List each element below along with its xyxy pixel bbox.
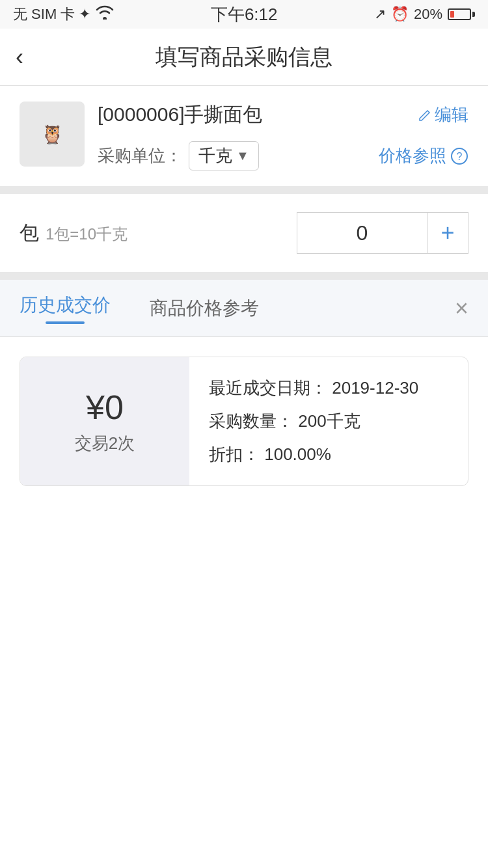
transaction-card: ¥0 交易2次 最近成交日期： 2019-12-30 采购数量： 200千克 折… [20, 357, 468, 486]
unit-dropdown-arrow: ▼ [236, 148, 249, 163]
tab-close-button[interactable]: × [455, 295, 468, 322]
section-divider [0, 186, 488, 194]
discount-label: 折扣： [209, 444, 260, 464]
quantity-input[interactable]: 0 [297, 212, 427, 254]
svg-text:?: ? [457, 151, 463, 162]
wifi-icon [96, 5, 114, 23]
tab-active-underline [46, 321, 85, 324]
product-card: 🦉 [0000006]手撕面包 编辑 采购单位： 千克 ▼ [0, 86, 488, 186]
tab-bar: 历史成交价 商品价格参考 × [0, 280, 488, 337]
location-icon: ↗ [374, 6, 386, 23]
transaction-section: ¥0 交易2次 最近成交日期： 2019-12-30 采购数量： 200千克 折… [0, 337, 488, 506]
status-time: 下午6:12 [211, 3, 278, 26]
back-button[interactable]: ‹ [16, 44, 23, 71]
purchase-unit-row: 采购单位： 千克 ▼ 价格参照 ? [98, 141, 468, 170]
status-right: ↗ ⏰ 20% [374, 6, 475, 23]
quantity-label-group: 包 1包=10千克 [20, 220, 128, 247]
unit-value: 千克 [198, 144, 232, 167]
transaction-count: 交易2次 [75, 432, 135, 455]
qty-label: 采购数量： [209, 411, 293, 431]
edit-link[interactable]: 编辑 [418, 103, 468, 126]
tab-history-price[interactable]: 历史成交价 [20, 280, 111, 337]
transaction-price: ¥0 [86, 388, 124, 427]
product-name: [0000006]手撕面包 [98, 102, 262, 128]
tab-price-ref-label: 商品价格参考 [150, 296, 259, 321]
price-ref-button[interactable]: 价格参照 ? [379, 144, 468, 167]
transaction-summary: ¥0 交易2次 [20, 357, 189, 485]
nav-bar: ‹ 填写商品采购信息 [0, 29, 488, 86]
recent-date-value: 2019-12-30 [332, 378, 418, 398]
sim-status: 无 SIM 卡 ✦ [13, 5, 90, 24]
qty-conversion-label: 1包=10千克 [46, 224, 128, 245]
product-top-row: 🦉 [0000006]手撕面包 编辑 采购单位： 千克 ▼ [20, 102, 468, 170]
quantity-row: 包 1包=10千克 0 + [0, 194, 488, 272]
tab-history-label: 历史成交价 [20, 293, 111, 318]
product-thumbnail: 🦉 [20, 102, 85, 167]
recent-date-row: 最近成交日期： 2019-12-30 [209, 377, 448, 400]
battery-percent: 20% [414, 6, 442, 23]
qty-row: 采购数量： 200千克 [209, 410, 448, 433]
product-name-row: [0000006]手撕面包 编辑 [98, 102, 468, 128]
unit-selector[interactable]: 千克 ▼ [189, 141, 259, 170]
section-divider-2 [0, 272, 488, 280]
status-bar: 无 SIM 卡 ✦ 下午6:12 ↗ ⏰ 20% [0, 0, 488, 29]
tabs-container: 历史成交价 商品价格参考 [20, 280, 259, 337]
recent-date-label: 最近成交日期： [209, 378, 327, 398]
product-info: [0000006]手撕面包 编辑 采购单位： 千克 ▼ 价格参照 ? [98, 102, 468, 170]
product-thumb-icon: 🦉 [41, 124, 64, 145]
battery-icon [448, 8, 475, 20]
bottom-area [0, 506, 488, 868]
page-title: 填写商品采购信息 [156, 42, 332, 72]
transaction-details: 最近成交日期： 2019-12-30 采购数量： 200千克 折扣： 100.0… [189, 357, 468, 485]
alarm-icon: ⏰ [391, 6, 409, 23]
qty-unit-label: 包 [20, 220, 39, 247]
qty-value: 200千克 [298, 411, 360, 431]
quantity-input-group: 0 + [297, 212, 468, 254]
tab-price-ref[interactable]: 商品价格参考 [150, 280, 259, 337]
discount-row: 折扣： 100.00% [209, 443, 448, 466]
status-left: 无 SIM 卡 ✦ [13, 5, 114, 24]
quantity-plus-button[interactable]: + [427, 212, 468, 254]
discount-value: 100.00% [264, 444, 331, 464]
unit-label: 采购单位： [98, 144, 182, 167]
